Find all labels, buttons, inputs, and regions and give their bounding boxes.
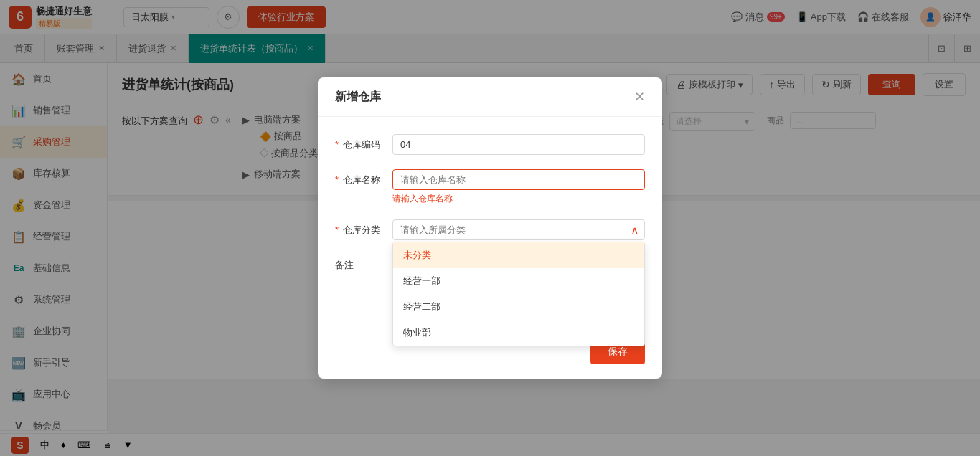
code-label-text: 仓库编码 xyxy=(343,139,380,150)
modal-add-warehouse: 新增仓库 ✕ * 仓库编码 * 仓库名称 xyxy=(318,77,662,379)
notes-label: 备注 xyxy=(335,255,392,272)
category-input[interactable] xyxy=(392,219,645,240)
name-input[interactable] xyxy=(392,169,645,190)
notes-label-text: 备注 xyxy=(335,260,354,270)
form-row-code: * 仓库编码 xyxy=(335,134,645,155)
modal-title: 新增仓库 xyxy=(335,90,381,105)
modal-body: * 仓库编码 * 仓库名称 请输入仓库名称 xyxy=(318,117,662,331)
category-control: ∧ 未分类 经营一部 经营二部 物业部 xyxy=(392,219,645,240)
name-error-msg: 请输入仓库名称 xyxy=(392,193,645,205)
code-input[interactable] xyxy=(392,134,645,155)
required-star: * xyxy=(335,139,339,150)
dropdown-item-property[interactable]: 物业部 xyxy=(393,320,644,346)
dropdown-item-dept2[interactable]: 经营二部 xyxy=(393,294,644,320)
category-arrow-icon[interactable]: ∧ xyxy=(631,223,639,237)
category-dropdown: 未分类 经营一部 经营二部 物业部 xyxy=(392,242,645,346)
category-wrapper: ∧ 未分类 经营一部 经营二部 物业部 xyxy=(392,219,645,240)
modal-header: 新增仓库 ✕ xyxy=(318,77,662,117)
form-row-category: * 仓库分类 ∧ 未分类 经营一部 经营二部 物业部 xyxy=(335,219,645,240)
modal-overlay: 新增仓库 ✕ * 仓库编码 * 仓库名称 xyxy=(0,0,980,456)
required-star3: * xyxy=(335,224,339,235)
form-row-name: * 仓库名称 请输入仓库名称 xyxy=(335,169,645,205)
code-label: * 仓库编码 xyxy=(335,134,392,151)
category-label-text: 仓库分类 xyxy=(343,224,380,235)
category-label: * 仓库分类 xyxy=(335,219,392,237)
name-label-text: 仓库名称 xyxy=(343,174,380,185)
modal-close-button[interactable]: ✕ xyxy=(634,89,645,105)
name-control: 请输入仓库名称 xyxy=(392,169,645,205)
dropdown-item-dept1[interactable]: 经营一部 xyxy=(393,268,644,294)
code-control xyxy=(392,134,645,155)
name-label: * 仓库名称 xyxy=(335,169,392,186)
dropdown-item-none[interactable]: 未分类 xyxy=(393,242,644,268)
required-star2: * xyxy=(335,174,339,185)
